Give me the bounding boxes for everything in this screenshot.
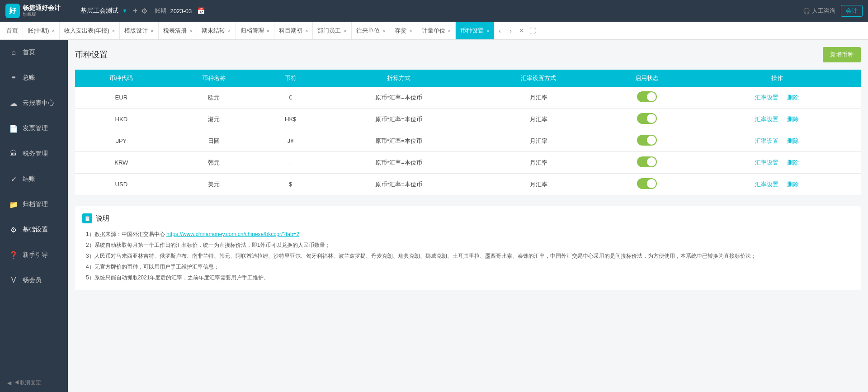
cell-method: 原币*汇率=本位币 [321, 130, 476, 152]
cell-actions: 汇率设置 删除 [693, 152, 861, 174]
tab-tax[interactable]: 税表清册 × [159, 22, 197, 40]
tab-income[interactable]: 收入支出表(年报) × [60, 22, 120, 40]
toggle-knob [647, 114, 656, 123]
support-label: 人工咨询 [812, 7, 835, 15]
sidebar-label-tax: 税务管理 [23, 150, 48, 158]
rate-setting-link[interactable]: 汇率设置 [755, 116, 778, 123]
sidebar-item-settings[interactable]: ⚙ 基础设置 [0, 217, 68, 242]
tab-currency-close[interactable]: × [486, 28, 489, 33]
tab-units[interactable]: 计量单位 × [417, 22, 456, 40]
sidebar-item-invoice[interactable]: 📄 发票管理 [0, 116, 68, 141]
sidebar-item-archive[interactable]: 📁 归档管理 [0, 192, 68, 217]
ledger-icon: ≡ [9, 74, 18, 82]
user-badge[interactable]: 会计 [841, 5, 863, 17]
tab-subjects-close[interactable]: × [305, 28, 308, 33]
notice-list: 1）数据来源：中国外汇交易中心 https://www.chinamoney.c… [82, 229, 854, 283]
delete-link[interactable]: 删除 [787, 116, 799, 123]
cell-rate-method: 月汇率 [476, 174, 601, 195]
table-row: EUR 欧元 € 原币*汇率=本位币 月汇率 汇率设置 删除 [75, 87, 861, 109]
tab-prev-button[interactable]: ‹ [495, 22, 505, 40]
tab-tax-label: 税表清册 [163, 27, 187, 35]
new-currency-button[interactable]: 新增币种 [823, 47, 861, 62]
rate-setting-link[interactable]: 汇率设置 [755, 137, 778, 144]
rate-setting-link[interactable]: 汇率设置 [755, 159, 778, 166]
tab-mid-period-close[interactable]: × [52, 28, 55, 33]
toggle-enabled[interactable] [637, 91, 657, 102]
toggle-enabled[interactable] [637, 135, 657, 146]
tax-icon: 🏛 [9, 150, 18, 158]
logo-icon: 好 [5, 4, 20, 18]
tab-contacts-close[interactable]: × [382, 28, 385, 33]
sidebar-label-settings: 基础设置 [23, 226, 48, 234]
toggle-knob [647, 179, 656, 188]
delete-link[interactable]: 删除 [787, 159, 799, 166]
tab-archive-close[interactable]: × [267, 28, 269, 33]
invoice-icon: 📄 [9, 124, 18, 133]
tab-income-close[interactable]: × [112, 28, 115, 33]
toggle-enabled[interactable] [637, 178, 657, 189]
cell-status [601, 152, 693, 174]
archive-icon: 📁 [9, 200, 18, 209]
tab-department-close[interactable]: × [344, 28, 346, 33]
table-row: HKD 港元 HK$ 原币*汇率=本位币 月汇率 汇率设置 删除 [75, 109, 861, 130]
period-value: 2023-03 [170, 8, 192, 14]
sidebar-item-member[interactable]: V 畅会员 [0, 268, 68, 293]
sidebar-item-home[interactable]: ⌂ 首页 [0, 40, 68, 65]
settings-icon[interactable]: ⚙ [141, 7, 147, 15]
col-name: 币种名称 [168, 70, 260, 87]
tab-subjects[interactable]: 科目期初 × [274, 22, 313, 40]
header-center: 基层工会测试 ▼ + ⚙ 账期 2023-03 📅 [73, 6, 803, 16]
tab-period-end[interactable]: 期末结转 × [197, 22, 236, 40]
sidebar-item-settle[interactable]: ✓ 结账 [0, 166, 68, 192]
period-label: 账期 [155, 7, 166, 15]
toggle-enabled[interactable] [637, 156, 657, 167]
notice-link[interactable]: https://www.chinamoney.com.cn/chinese/bk… [166, 231, 299, 237]
tab-units-close[interactable]: × [448, 28, 451, 33]
tab-subjects-label: 科目期初 [279, 27, 302, 35]
tab-close-all-button[interactable]: × [516, 22, 527, 40]
notice-item: 2）系统自动获取每月第一个工作日的汇率标价，统一为直接标价法，即1外币可以兑换的… [82, 240, 854, 250]
tab-department[interactable]: 部门员工 × [313, 22, 351, 40]
tab-inventory[interactable]: 存货 × [390, 22, 417, 40]
tab-currency[interactable]: 币种设置 × [456, 22, 494, 40]
cell-status [601, 130, 693, 152]
tab-inventory-close[interactable]: × [409, 28, 412, 33]
notice-item: 3）人民币对马来西亚林吉特、俄罗斯卢布、南非兰特、韩元、阿联酋迪拉姆、沙特里亚尔… [82, 250, 854, 261]
tab-template-close[interactable]: × [151, 28, 153, 33]
tab-next-button[interactable]: › [505, 22, 516, 40]
rate-setting-link[interactable]: 汇率设置 [755, 94, 778, 101]
cell-code: HKD [75, 109, 168, 130]
cell-rate-method: 月汇率 [476, 130, 601, 152]
delete-link[interactable]: 删除 [787, 181, 799, 188]
main-layout: ⌂ 首页 ≡ 总账 ☁ 云报表中心 📄 发票管理 🏛 税务管理 ✓ 结账 📁 归… [0, 40, 868, 392]
delete-link[interactable]: 删除 [787, 94, 799, 101]
rate-setting-link[interactable]: 汇率设置 [755, 181, 778, 188]
tab-home-label: 首页 [6, 27, 18, 35]
company-dropdown-icon[interactable]: ▼ [122, 8, 127, 14]
tab-expand-button[interactable]: ⛶ [527, 22, 538, 40]
tab-home[interactable]: 首页 [2, 22, 23, 40]
tab-mid-period[interactable]: 账(中期) × [23, 22, 60, 40]
sidebar-item-cloud[interactable]: ☁ 云报表中心 [0, 90, 68, 116]
tab-template[interactable]: 模版设计 × [120, 22, 158, 40]
sidebar-pin-toggle[interactable]: ◀ ◀取消固定 [0, 373, 68, 392]
support-button[interactable]: 🎧 人工咨询 [803, 7, 835, 15]
cell-method: 原币*汇率=本位币 [321, 174, 476, 195]
col-code: 币种代码 [75, 70, 168, 87]
sidebar-item-ledger[interactable]: ≡ 总账 [0, 65, 68, 90]
delete-link[interactable]: 删除 [787, 137, 799, 144]
calendar-icon[interactable]: 📅 [197, 7, 205, 14]
tab-income-label: 收入支出表(年报) [64, 27, 109, 35]
tab-period-end-close[interactable]: × [228, 28, 231, 33]
add-company-button[interactable]: + [133, 6, 138, 16]
tab-archive[interactable]: 归档管理 × [236, 22, 274, 40]
toggle-enabled[interactable] [637, 113, 657, 124]
cell-status [601, 174, 693, 195]
tab-archive-label: 归档管理 [241, 27, 264, 35]
sidebar-item-tax[interactable]: 🏛 税务管理 [0, 141, 68, 166]
company-name[interactable]: 基层工会测试 [80, 7, 118, 15]
tab-tax-close[interactable]: × [189, 28, 192, 33]
sidebar-item-guide[interactable]: ❓ 新手引导 [0, 242, 68, 268]
sidebar-label-archive: 归档管理 [23, 200, 48, 208]
tab-contacts[interactable]: 往来单位 × [352, 22, 390, 40]
